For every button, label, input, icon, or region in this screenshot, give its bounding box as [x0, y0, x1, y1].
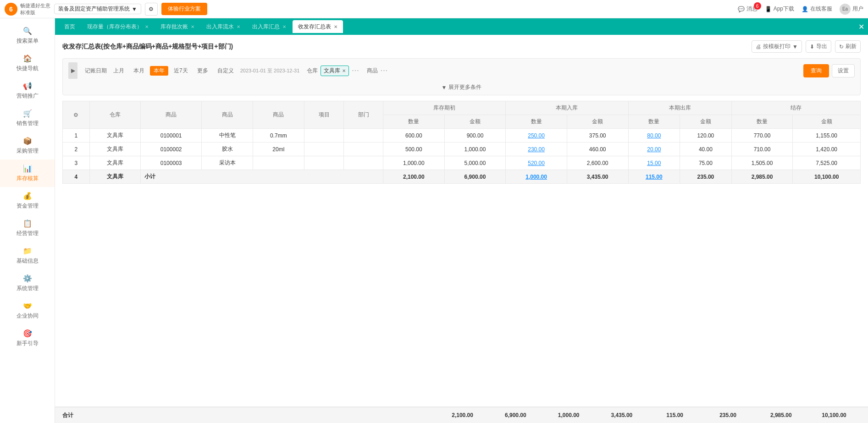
tab-home[interactable]: 首页 [59, 20, 81, 33]
warehouse-tag-close[interactable]: ✕ [342, 68, 346, 73]
balance-amt-header: 金额 [793, 115, 861, 129]
goods-name-header: 商品 [202, 101, 253, 129]
warehouse-more[interactable]: ··· [352, 66, 359, 75]
sidebar-item-finance[interactable]: 💰资金管理 [0, 187, 55, 214]
filter-row: ▶ 记账日期 上月 本月 本年 近7天 更多 自定义 2023-01-01 至 … [68, 62, 855, 79]
header-right: 💬 消息 6 📱 App下载 👤 在线客服 Ea 用户 [738, 4, 863, 15]
sidebar-item-purchase[interactable]: 📦采购管理 [0, 132, 55, 159]
sidebar-item-system[interactable]: ⚙️系统管理 [0, 269, 55, 297]
avatar: Ea [840, 4, 851, 15]
tab-close-stock-dist[interactable]: ✕ [145, 24, 149, 29]
out-group-header: 本期出库 [628, 101, 731, 115]
shortcut-this-year[interactable]: 本年 [150, 66, 168, 76]
opening-qty-header: 数量 [383, 115, 445, 129]
goods-label: 商品 [367, 67, 378, 75]
balance-group-header: 结存 [731, 101, 860, 115]
sidebar-item-enterprise[interactable]: 🤝企业协同 [0, 297, 55, 324]
header-left: 6 畅捷通好生意 标准版 装备及固定资产辅助管理系统 ▼ ⚙ 体验行业方案 [5, 2, 207, 16]
table-row: 2 文具库 0100002 胶水 20ml 500.00 1,000.00 23… [63, 143, 861, 156]
department-header: 部门 [344, 101, 383, 129]
online-service-button[interactable]: 👤 在线客服 [802, 5, 832, 13]
print-button[interactable]: 🖨 按模板打印 ▼ [752, 40, 802, 53]
filter-collapse-button[interactable]: ▶ [68, 62, 77, 79]
app-download-button[interactable]: 📱 App下载 [765, 5, 794, 13]
user-menu[interactable]: Ea 用户 [840, 4, 863, 15]
query-actions: 查询 设置 [803, 64, 855, 77]
in-qty-header: 数量 [506, 115, 567, 129]
refresh-button[interactable]: ↻ 刷新 [835, 40, 861, 53]
in-amt-header: 金额 [567, 115, 628, 129]
sidebar-item-marketing[interactable]: 📢营销推广 [0, 77, 55, 104]
bottom-bar: 合计 2,100.00 6,900.00 1,000.00 3,435.00 1… [55, 407, 868, 423]
logo-icon: 6 [5, 3, 17, 16]
tab-close-inout-flow[interactable]: ✕ [237, 24, 240, 29]
total-values: 2,100.00 6,900.00 1,000.00 3,435.00 115.… [117, 412, 861, 418]
tab-stock-dist[interactable]: 现存量（库存分布表）✕ [82, 20, 154, 33]
tab-bar: 首页现存量（库存分布表）✕库存批次账✕出入库流水✕出入库汇总✕收发存汇总表✕✕ [55, 18, 868, 35]
goods-code-header: 商品 [140, 101, 202, 129]
sidebar-item-sales[interactable]: 🛒销售管理 [0, 104, 55, 132]
opening-group-header: 库存期初 [383, 101, 506, 115]
shortcut-7days[interactable]: 近7天 [170, 66, 192, 76]
total-label: 合计 [62, 412, 117, 419]
page-content: 收发存汇总表(按仓库+商品编码+商品+规格型号+项目+部门) 🖨 按模板打印 ▼… [55, 35, 868, 407]
page-actions: 🖨 按模板打印 ▼ ⬇ 导出 ↻ 刷新 [752, 40, 861, 53]
tab-bar-close-all[interactable]: ✕ [858, 22, 864, 31]
shortcut-more[interactable]: 更多 [194, 66, 212, 76]
expand-area: ▼ 展开更多条件 [68, 82, 855, 91]
trial-button[interactable]: 体验行业方案 [161, 3, 207, 15]
opening-amt-header: 金额 [444, 115, 506, 129]
message-badge: 6 [754, 2, 761, 10]
sidebar-item-operation[interactable]: 📋经营管理 [0, 214, 55, 242]
warehouse-tag: 文具库 ✕ [321, 66, 349, 76]
page-title: 收发存汇总表(按仓库+商品编码+商品+规格型号+项目+部门) [62, 43, 233, 51]
query-button[interactable]: 查询 [803, 64, 829, 77]
logo-area: 6 畅捷通好生意 标准版 [5, 2, 50, 16]
goods-spec-header: 商品 [253, 101, 304, 129]
shortcut-this-month[interactable]: 本月 [130, 66, 148, 76]
system-select[interactable]: 装备及固定资产辅助管理系统 ▼ [54, 4, 141, 14]
gear-button[interactable]: ⚙ [145, 3, 158, 16]
filter-setting-button[interactable]: 设置 [832, 64, 855, 77]
top-header: 6 畅捷通好生意 标准版 装备及固定资产辅助管理系统 ▼ ⚙ 体验行业方案 💬 … [0, 0, 868, 18]
tab-inout-flow[interactable]: 出入库流水✕ [201, 20, 246, 33]
out-qty-header: 数量 [628, 115, 680, 129]
table-row: 1 文具库 0100001 中性笔 0.7mm 600.00 900.00 25… [63, 129, 861, 143]
tab-inout-summary[interactable]: 出入库汇总✕ [247, 20, 292, 33]
goods-more[interactable]: ··· [381, 66, 388, 75]
logo-text: 畅捷通好生意 标准版 [20, 2, 50, 16]
tab-close-inout-summary[interactable]: ✕ [282, 24, 286, 29]
tab-close-batch[interactable]: ✕ [191, 24, 194, 29]
table-row: 3 文具库 0100003 采访本 1,000.00 5,000.00 520.… [63, 156, 861, 170]
page-title-row: 收发存汇总表(按仓库+商品编码+商品+规格型号+项目+部门) 🖨 按模板打印 ▼… [62, 40, 861, 53]
date-filter-group: 记账日期 上月 本月 本年 近7天 更多 自定义 2023-01-01 至 20… [85, 66, 299, 76]
sidebar-item-quick[interactable]: 🏠快捷导航 [0, 49, 55, 77]
date-label: 记账日期 [85, 67, 107, 75]
sidebar-item-search[interactable]: 🔍搜索菜单 [0, 22, 55, 49]
main-layout: 🔍搜索菜单🏠快捷导航📢营销推广🛒销售管理📦采购管理📊库存核算💰资金管理📋经营管理… [0, 18, 868, 423]
sidebar-item-basic[interactable]: 📁基础信息 [0, 242, 55, 269]
data-table: ⚙ 仓库 商品 商品 商品 项目 部门 库存期初 本期入库 本期出库 结存 数量 [62, 101, 861, 184]
date-shortcuts: 上月 本月 本年 近7天 更多 自定义 [110, 66, 238, 76]
filter-bar: ▶ 记账日期 上月 本月 本年 近7天 更多 自定义 2023-01-01 至 … [62, 58, 861, 95]
tab-batch[interactable]: 库存批次账✕ [155, 20, 200, 33]
message-button[interactable]: 💬 消息 6 [738, 5, 757, 13]
goods-filter-group: 商品 ··· [367, 66, 388, 75]
sidebar-item-newbie[interactable]: 🎯新手引导 [0, 324, 55, 352]
sidebar: 🔍搜索菜单🏠快捷导航📢营销推广🛒销售管理📦采购管理📊库存核算💰资金管理📋经营管理… [0, 18, 55, 423]
balance-qty-header: 数量 [731, 115, 793, 129]
tab-recv-summary[interactable]: 收发存汇总表✕ [293, 20, 343, 33]
warehouse-header: 仓库 [89, 101, 140, 129]
warehouse-label: 仓库 [307, 67, 318, 75]
tab-close-recv-summary[interactable]: ✕ [334, 24, 337, 29]
project-header: 项目 [304, 101, 344, 129]
expand-button[interactable]: ▼ 展开更多条件 [442, 83, 482, 91]
sidebar-item-inventory[interactable]: 📊库存核算 [0, 159, 55, 187]
table-settings-header[interactable]: ⚙ [63, 101, 90, 129]
content-area: 首页现存量（库存分布表）✕库存批次账✕出入库流水✕出入库汇总✕收发存汇总表✕✕ … [55, 18, 868, 423]
export-button[interactable]: ⬇ 导出 [806, 40, 831, 53]
out-amt-header: 金额 [680, 115, 732, 129]
shortcut-last-month[interactable]: 上月 [110, 66, 128, 76]
shortcut-custom[interactable]: 自定义 [214, 66, 238, 76]
collapse-btn-area: ▶ [68, 62, 77, 79]
